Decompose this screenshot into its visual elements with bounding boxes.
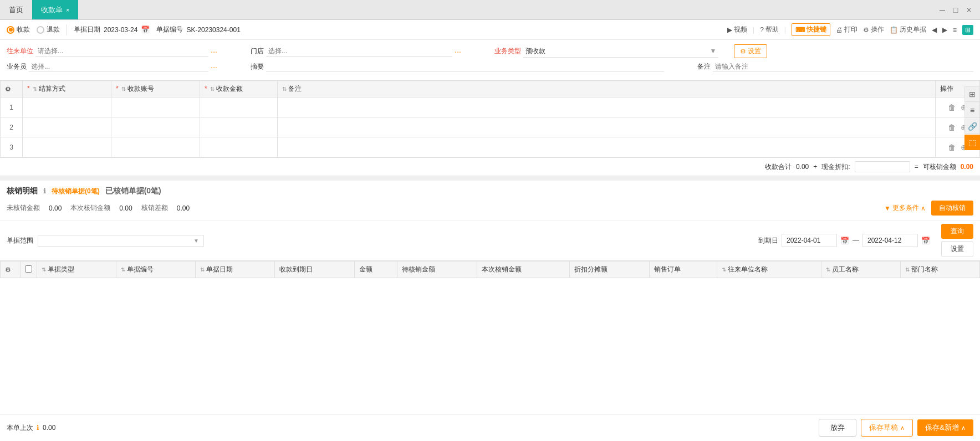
form-row-2: 业务员 ··· 摘要 备注 [7, 61, 973, 72]
date-from-input[interactable] [782, 234, 837, 247]
note-cell-2[interactable] [278, 117, 936, 137]
number-label: 单据编号 [156, 25, 183, 34]
note-cell-3[interactable] [278, 137, 936, 157]
print-button[interactable]: 🖨 打印 [836, 25, 858, 34]
date-to-calendar-icon[interactable]: 📅 [921, 237, 930, 245]
save-new-button[interactable]: 保存&新增 ∧ [917, 419, 973, 436]
save-draft-button[interactable]: 保存草稿 ∧ [861, 419, 913, 437]
history-button[interactable]: 📋 历史单据 [890, 25, 926, 34]
account-cell-3[interactable] [111, 137, 200, 157]
sidebar-icon-1[interactable]: ⊞ [964, 86, 980, 102]
video-button[interactable]: ▶ 视频 [727, 25, 747, 34]
th-operation-label: 操作 [940, 85, 953, 93]
counterpart-input[interactable] [35, 46, 208, 57]
current-verify-value: 0.00 [119, 204, 132, 212]
store-dots-icon[interactable]: ··· [455, 47, 461, 56]
amount-cell-1[interactable] [200, 98, 278, 117]
discount-input[interactable] [855, 161, 910, 172]
date-to-input[interactable] [862, 234, 918, 247]
th-doc-type-label: 单据类型 [48, 265, 74, 273]
account-cell-2[interactable] [111, 117, 200, 137]
verify-stats: 未核销金额 0.00 本次核销金额 0.00 核销差额 0.00 ▼ 更多条件 … [7, 201, 973, 216]
last-label: 本单上次 [7, 423, 33, 433]
verify-info-icon[interactable]: ℹ [43, 187, 46, 195]
abandon-button[interactable]: 放弃 [819, 419, 856, 437]
minimize-button[interactable]: ─ [938, 6, 947, 14]
gear-icon: ⚙ [740, 48, 746, 55]
form-area: 往来单位 ··· 门店 ··· 业务类型 预收款 ▼ [0, 40, 980, 80]
date-from-calendar-icon[interactable]: 📅 [840, 237, 849, 245]
table-row: 1 🗑 ⊕ [1, 98, 980, 117]
summary-label: 摘要 [251, 62, 264, 71]
th-dept-label: 部门名称 [911, 265, 938, 273]
select-all-checkbox[interactable] [25, 265, 32, 273]
total-label: 收款合计 [765, 162, 792, 172]
tab-active[interactable]: 收款单 × [32, 0, 78, 19]
filter-settings-button[interactable]: 设置 [941, 241, 973, 257]
close-button[interactable]: × [964, 6, 973, 14]
sort-icon-doc-type: ⇅ [42, 266, 46, 273]
th-employee-label: 员工名称 [832, 265, 859, 273]
nav-left-button[interactable]: ◀ [932, 26, 937, 34]
tab-home[interactable]: 首页 [0, 0, 32, 19]
tab-close-icon[interactable]: × [66, 7, 69, 13]
sidebar-icon-4[interactable]: ⬚ [964, 135, 980, 150]
delete-icon-1[interactable]: 🗑 [948, 103, 956, 112]
salesperson-input[interactable] [29, 61, 208, 72]
th-gear-icon: ⚙ [5, 85, 11, 93]
th-counterpart-label: 往来单位名称 [728, 265, 768, 273]
store-input[interactable] [266, 46, 452, 57]
payment-method-cell-1[interactable] [23, 98, 111, 117]
more-conditions-button[interactable]: ▼ 更多条件 ∧ [884, 203, 926, 213]
scope-label: 单据范围 [7, 236, 33, 245]
layout2-button[interactable]: ⊞ [962, 25, 973, 35]
payment-method-cell-3[interactable] [23, 137, 111, 157]
diff-value: 0.00 [177, 204, 190, 212]
done-tab[interactable]: 已核销单据(0笔) [105, 186, 161, 196]
th-doc-date: ⇅ 单据日期 [196, 261, 275, 278]
maximize-button[interactable]: □ [951, 6, 960, 14]
radio-receive[interactable]: 收款 [7, 25, 30, 34]
filter-icon: ▼ [884, 204, 891, 212]
section-divider [0, 176, 980, 181]
radio-refund[interactable]: 退款 [37, 25, 60, 34]
help-icon: ? [760, 26, 764, 34]
table-row: 2 🗑 ⊕ [1, 117, 980, 137]
calendar-icon[interactable]: 📅 [141, 25, 150, 34]
amount-cell-3[interactable] [200, 137, 278, 157]
th-gear[interactable]: ⚙ [1, 81, 23, 98]
sidebar-icon-2[interactable]: ≡ [964, 102, 980, 118]
search-actions: 查询 设置 [941, 224, 973, 257]
sidebar-icon-2-symbol: ≡ [970, 106, 974, 115]
footer-info-icon[interactable]: ℹ [37, 424, 39, 432]
settings-label: 设置 [748, 47, 761, 56]
counterpart-dots-icon[interactable]: ··· [211, 47, 217, 56]
layout1-button[interactable]: ≡ [953, 26, 957, 34]
summary-input[interactable] [266, 61, 664, 72]
th-gear-bottom[interactable]: ⚙ [1, 261, 21, 278]
salesperson-dots-icon[interactable]: ··· [211, 63, 217, 71]
nav-right-button[interactable]: ▶ [942, 26, 947, 34]
biz-type-select[interactable]: 预收款 ▼ [523, 45, 718, 58]
th-doc-date-label: 单据日期 [206, 265, 233, 273]
th-checkbox[interactable] [21, 261, 37, 278]
pending-tab[interactable]: 待核销单据(0笔) [52, 187, 100, 196]
query-button[interactable]: 查询 [941, 224, 973, 239]
operation-button[interactable]: ⚙ 操作 [863, 25, 884, 34]
note-input[interactable] [713, 61, 973, 72]
help-button[interactable]: ? 帮助 [760, 25, 779, 34]
th-amount: 金额 [355, 261, 397, 278]
settings-button[interactable]: ⚙ 设置 [734, 44, 767, 58]
scope-select[interactable]: ▼ [38, 235, 204, 247]
note-cell-1[interactable] [278, 98, 936, 117]
delete-icon-2[interactable]: 🗑 [948, 123, 956, 132]
account-cell-1[interactable] [111, 98, 200, 117]
radio-refund-label: 退款 [47, 25, 60, 34]
sidebar-icon-3[interactable]: 🔗 [964, 119, 980, 134]
auto-verify-button[interactable]: 自动核销 [931, 201, 973, 216]
shortcut-button[interactable]: ⌨ 快捷键 [792, 23, 830, 36]
delete-icon-3[interactable]: 🗑 [948, 143, 956, 152]
amount-cell-2[interactable] [200, 117, 278, 137]
payment-method-cell-2[interactable] [23, 117, 111, 137]
print-icon: 🖨 [836, 26, 843, 34]
